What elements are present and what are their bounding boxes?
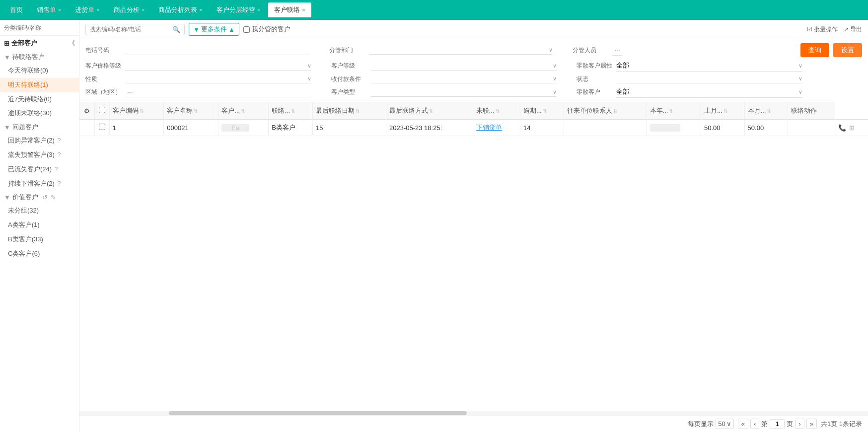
close-icon[interactable]: ×	[142, 7, 145, 13]
filter-cell-nature: 性质 ∨	[85, 74, 311, 83]
nav-product-analysis-list[interactable]: 商品分析列表 ×	[152, 2, 208, 17]
cell-overdue-0	[564, 120, 647, 136]
filter-icon: ▼	[193, 26, 200, 33]
cell-action-0: 📞 ⊞	[835, 120, 868, 136]
sidebar-item-churned[interactable]: 已流失客户(24) ?	[0, 162, 79, 177]
filter-select-status[interactable]: ∨	[616, 74, 802, 83]
sidebar-group-pending[interactable]: ▼ 待联络客户	[0, 51, 79, 64]
chevron-down-icon: ∨	[798, 63, 802, 69]
page-number-input[interactable]	[770, 419, 785, 429]
sidebar-item-abnormal[interactable]: 回购异常客户(2) ?	[0, 134, 79, 148]
close-icon[interactable]: ×	[199, 7, 202, 13]
page-size-dropdown[interactable]: 50 ∨	[716, 419, 733, 429]
filter-select-nature[interactable]: ∨	[125, 74, 311, 83]
sidebar-item-class-b[interactable]: B类客户(33)	[0, 232, 79, 247]
cell-last-method-0[interactable]: 下销货单	[473, 120, 520, 136]
filter-cell-retail-attr: 零散客户属性 全部 ∨	[577, 60, 802, 72]
batch-operation-button[interactable]: ☑ 批量操作	[807, 25, 838, 34]
nav-customer-tier[interactable]: 客户分层经营 ×	[211, 2, 266, 17]
search-icon[interactable]: 🔍	[172, 26, 180, 33]
th-this-year: 本年... ⇅	[647, 102, 701, 120]
nav-purchase-order[interactable]: 进货单 ×	[69, 2, 105, 17]
filter-select-retail-customer[interactable]: 全部 ∨	[616, 86, 802, 98]
filter-label-price-level: 客户价格等级	[85, 62, 125, 70]
filter-dots-person[interactable]: ···	[612, 45, 622, 56]
customer-table: ⚙ 客户编码 ⇅ 客户名称	[79, 102, 868, 136]
phone-action-icon[interactable]: 📞	[838, 124, 846, 132]
th-settings[interactable]: ⚙	[79, 102, 94, 120]
collapse-icon[interactable]: 《	[69, 39, 75, 48]
sidebar-item-churn-warning[interactable]: 流失预警客户(3) ?	[0, 148, 79, 162]
filter-select-payment[interactable]: ∨	[371, 74, 557, 83]
row-setting-0	[79, 120, 94, 136]
close-icon[interactable]: ×	[257, 7, 260, 13]
sidebar-item-7days[interactable]: 近7天待联络(0)	[0, 92, 79, 107]
filter-select-dept[interactable]: ∨	[369, 46, 553, 55]
nav-product-analysis[interactable]: 商品分析 ×	[108, 2, 150, 17]
more-filters-button[interactable]: ▼ 更多条件 ▲	[189, 23, 239, 36]
prev-page-button[interactable]: ‹	[750, 419, 759, 429]
filter-select-customer-type[interactable]: ∨	[371, 88, 557, 97]
row-checkbox-0[interactable]	[94, 120, 109, 136]
th-contacts: 联络... ⇅	[269, 102, 313, 120]
filter-input-phone[interactable]	[125, 46, 309, 55]
filter-cell-dept: 分管部门 ∨	[329, 46, 553, 55]
export-button[interactable]: ↗ 导出	[844, 25, 862, 34]
sidebar-item-overdue[interactable]: 逾期未联络(30)	[0, 106, 79, 121]
my-customers-checkbox[interactable]: 我分管的客户	[243, 25, 290, 34]
th-uncontacted: 未联... ⇅	[473, 102, 520, 120]
nav-sales-order[interactable]: 销售单 ×	[31, 2, 67, 17]
sidebar-group-value[interactable]: ▼ 价值客户 ↺ ✎	[0, 191, 79, 204]
sidebar-item-tomorrow[interactable]: 明天待联络(1)	[0, 78, 79, 92]
my-customers-check-input[interactable]	[243, 26, 250, 33]
search-input[interactable]	[90, 26, 170, 33]
refresh-icon[interactable]: ↺	[42, 194, 48, 201]
sidebar-search-input[interactable]	[4, 24, 78, 31]
sidebar-item-today[interactable]: 今天待联络(0)	[0, 64, 79, 78]
nav-home[interactable]: 首页	[4, 2, 29, 17]
select-all-checkbox[interactable]	[99, 107, 105, 113]
settings-icon[interactable]: ⚙	[84, 107, 90, 115]
nav-customer-contact[interactable]: 客户联络 ×	[268, 2, 311, 17]
chevron-down-icon: ▼	[4, 124, 10, 131]
reset-button[interactable]: 设置	[833, 43, 862, 57]
sidebar-item-class-c[interactable]: C类客户(6)	[0, 247, 79, 261]
sidebar-group-problem[interactable]: ▼ 问题客户	[0, 121, 79, 134]
filter-dots-region[interactable]: ···	[125, 87, 311, 97]
close-icon[interactable]: ×	[58, 7, 61, 13]
edit-icon[interactable]: ✎	[51, 194, 56, 201]
table-footer: 每页显示 50 ∨ « ‹ 第 页 › » 共1页 1条记录	[79, 415, 868, 432]
th-last-month: 上月... ⇅	[701, 102, 744, 120]
th-last-contact-date: 最后联络日期 ⇅	[313, 102, 386, 120]
chevron-down-icon: ∨	[726, 420, 731, 428]
sidebar-all-customers[interactable]: ⊞ 全部客户 《	[0, 36, 79, 51]
grid-action-icon[interactable]: ⊞	[849, 124, 855, 132]
first-page-button[interactable]: «	[738, 419, 748, 429]
filter-cell-payment: 收付款条件 ∨	[331, 74, 557, 83]
filter-label-region: 区域（地区）	[85, 88, 125, 96]
filter-select-price-level[interactable]: ∨	[125, 62, 311, 71]
filter-select-retail-attr[interactable]: 全部 ∨	[616, 60, 802, 72]
last-page-button[interactable]: »	[806, 419, 817, 429]
filter-cell-retail-customer: 零散客户 全部 ∨	[577, 86, 802, 98]
filter-cell-customer-level: 客户等级 ∨	[331, 62, 557, 71]
sidebar-item-declining[interactable]: 持续下滑客户(2) ?	[0, 177, 79, 191]
next-page-button[interactable]: ›	[795, 419, 804, 429]
filter-select-customer-level[interactable]: ∨	[371, 62, 557, 71]
horizontal-scrollbar[interactable]	[79, 411, 868, 415]
sidebar-item-class-a[interactable]: A类客户(1)	[0, 218, 79, 232]
close-icon[interactable]: ×	[302, 7, 305, 13]
query-button[interactable]: 查询	[800, 43, 829, 57]
th-unit-contact: 往来单位联系人 ⇅	[564, 102, 647, 120]
data-table-container: ⚙ 客户编码 ⇅ 客户名称	[79, 102, 868, 411]
sort-icon: ⇅	[291, 108, 295, 114]
sidebar-item-ungrouped[interactable]: 未分组(32)	[0, 204, 79, 218]
filter-actions: 查询 设置	[800, 43, 862, 57]
chevron-down-icon: ∨	[798, 75, 802, 82]
scrollbar-thumb[interactable]	[169, 411, 467, 415]
search-bar: 🔍	[85, 24, 185, 35]
close-icon[interactable]: ×	[96, 7, 99, 13]
filter-label-dept: 分管部门	[329, 46, 369, 55]
chevron-down-icon: ∨	[553, 89, 557, 95]
th-checkbox[interactable]	[94, 102, 109, 120]
